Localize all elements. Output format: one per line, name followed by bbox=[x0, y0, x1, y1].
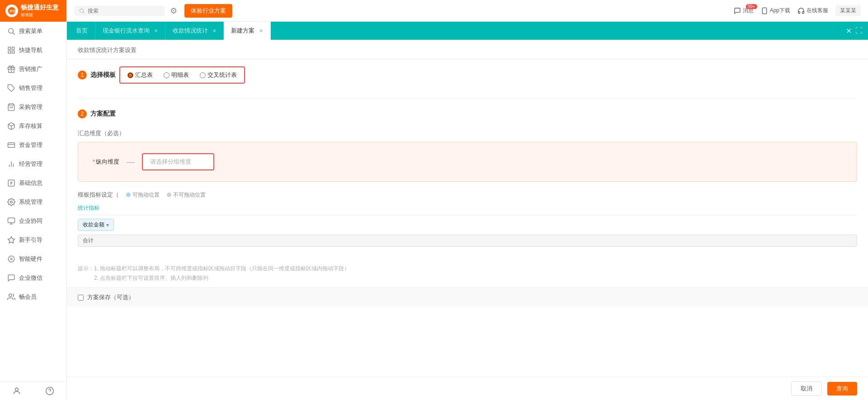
settings-icon bbox=[7, 198, 15, 206]
trial-button[interactable]: 体验行业方案 bbox=[184, 4, 232, 18]
content-spacer bbox=[67, 307, 868, 376]
radio-cross-label: 交叉统计表 bbox=[208, 71, 237, 79]
sidebar: 好生 畅捷通好生意 标准版 搜索菜单 快捷导航 营销推广 bbox=[0, 0, 67, 400]
save-checkbox[interactable] bbox=[78, 295, 84, 301]
tab-new-plan-label: 新建方案 bbox=[231, 27, 255, 35]
tab-close-icon[interactable]: ✕ bbox=[846, 27, 852, 35]
page-header: 收款情况统计方案设置 bbox=[67, 40, 868, 59]
sidebar-logo: 好生 畅捷通好生意 标准版 bbox=[0, 0, 66, 22]
app-download-item[interactable]: App下载 bbox=[761, 7, 790, 14]
sidebar-item-quick-nav[interactable]: 快捷导航 bbox=[0, 41, 66, 60]
search-icon bbox=[7, 27, 15, 35]
sidebar-item-enterprise-collab[interactable]: 企业协同 bbox=[0, 212, 66, 231]
svg-point-31 bbox=[80, 9, 83, 12]
sidebar-avatar-btn[interactable] bbox=[12, 386, 21, 395]
sidebar-item-label: 经营管理 bbox=[19, 160, 42, 168]
enterprise-icon bbox=[7, 217, 15, 225]
tab-collection-stats[interactable]: 收款情况统计 × bbox=[165, 22, 224, 40]
sidebar-item-sales[interactable]: 销售管理 bbox=[0, 79, 66, 98]
radio-detail-label: 明细表 bbox=[171, 71, 189, 79]
tab-new-plan[interactable]: 新建方案 × bbox=[224, 22, 270, 40]
user-name[interactable]: 某某某 bbox=[835, 5, 861, 16]
sidebar-item-marketing[interactable]: 营销推广 bbox=[0, 60, 66, 79]
sidebar-item-new-guide[interactable]: 新手引导 bbox=[0, 231, 66, 249]
metrics-area: 统计指标 收款金额 ▾ 合计 bbox=[78, 204, 857, 247]
radio-summary-input[interactable] bbox=[127, 72, 133, 78]
settings-gear-icon[interactable]: ⚙ bbox=[170, 6, 177, 16]
svg-point-28 bbox=[15, 388, 18, 391]
online-service-item[interactable]: 在线客服 bbox=[797, 7, 828, 14]
sidebar-item-member[interactable]: 畅会员 bbox=[0, 287, 66, 306]
grid-icon bbox=[7, 46, 15, 54]
search-bar[interactable] bbox=[74, 6, 165, 16]
info-icon bbox=[7, 179, 15, 187]
metrics-section: 模板指标设定（ 可拖动位置 不可拖动位置 统计指标 bbox=[78, 191, 857, 247]
tab-collection-stats-close[interactable]: × bbox=[212, 28, 216, 34]
chip-revenue-label: 收款金额 bbox=[83, 221, 104, 229]
sidebar-help-btn[interactable] bbox=[45, 386, 54, 395]
dimension-section-label: 汇总维度（必选） bbox=[78, 129, 857, 137]
tab-collection-stats-label: 收款情况统计 bbox=[173, 27, 208, 35]
tips-area: 提示：1. 拖动标题栏可以调整布局，不可跨维度或指标区域拖动目字段（只能在同一维… bbox=[67, 254, 868, 287]
metrics-chips: 收款金额 ▾ bbox=[78, 219, 857, 231]
svg-rect-4 bbox=[8, 47, 10, 49]
tab-cash-flow-close[interactable]: × bbox=[154, 28, 158, 34]
tab-new-plan-close[interactable]: × bbox=[259, 28, 263, 34]
step1-header: 1 选择模板 汇总表 明细表 交叉统计表 bbox=[78, 66, 857, 84]
chip-revenue[interactable]: 收款金额 ▾ bbox=[78, 219, 114, 231]
sidebar-item-operations[interactable]: 经营管理 bbox=[0, 155, 66, 174]
metrics-legend: 可拖动位置 不可拖动位置 bbox=[126, 191, 206, 199]
chip-subtotal-wrap: 合计 bbox=[78, 235, 857, 247]
tip-prefix: 提示： bbox=[78, 265, 94, 272]
search-input[interactable] bbox=[88, 8, 142, 14]
sidebar-item-label: 销售管理 bbox=[19, 84, 42, 92]
dimension-select[interactable]: 请选择分组维度 bbox=[142, 153, 214, 170]
sidebar-item-enterprise-wechat[interactable]: 企业微信 bbox=[0, 268, 66, 287]
sidebar-item-label: 企业微信 bbox=[19, 274, 42, 282]
sidebar-item-label: 企业协同 bbox=[19, 217, 42, 225]
sidebar-item-label: 快捷导航 bbox=[19, 46, 42, 54]
message-icon bbox=[734, 7, 741, 14]
notification-item[interactable]: 消息 99+ bbox=[734, 7, 754, 14]
sidebar-item-label: 库存核算 bbox=[19, 122, 42, 130]
radio-summary[interactable]: 汇总表 bbox=[127, 71, 153, 79]
sidebar-item-purchase[interactable]: 采购管理 bbox=[0, 98, 66, 117]
step2-badge: 2 bbox=[78, 109, 87, 118]
tab-home[interactable]: 首页 bbox=[67, 22, 95, 40]
radio-cross[interactable]: 交叉统计表 bbox=[200, 71, 237, 79]
legend-fixed-label: 不可拖动位置 bbox=[173, 191, 206, 199]
sidebar-item-label: 营销推广 bbox=[19, 65, 42, 73]
footer: 取消 查询 bbox=[67, 376, 868, 400]
logo-icon: 好生 bbox=[5, 5, 18, 17]
sidebar-item-basic-info[interactable]: 基础信息 bbox=[0, 174, 66, 193]
radio-detail-input[interactable] bbox=[164, 72, 170, 78]
radio-cross-input[interactable] bbox=[200, 72, 206, 78]
sidebar-item-system[interactable]: 系统管理 bbox=[0, 193, 66, 212]
step1-badge: 1 bbox=[78, 71, 87, 80]
logo-wrap: 好生 bbox=[5, 5, 18, 17]
step2-section: 2 方案配置 汇总维度（必选） *纵向维度 — 请选择分组维度 模板指标设定（ bbox=[67, 99, 868, 254]
sidebar-item-finance[interactable]: 资金管理 bbox=[0, 136, 66, 155]
sidebar-version: 标准版 bbox=[21, 12, 59, 18]
svg-point-2 bbox=[9, 28, 14, 33]
step1-title: 选择模板 bbox=[90, 71, 116, 79]
sidebar-item-smart-hardware[interactable]: 智能硬件 bbox=[0, 249, 66, 268]
notification-badge: 99+ bbox=[746, 4, 757, 9]
query-button[interactable]: 查询 bbox=[827, 382, 857, 395]
row-label-text: 纵向维度 bbox=[96, 158, 119, 165]
legend-draggable-label: 可拖动位置 bbox=[132, 191, 160, 199]
sidebar-item-search-menu[interactable]: 搜索菜单 bbox=[0, 22, 66, 41]
tab-bar-controls: ✕ ⛶ bbox=[846, 27, 868, 35]
sidebar-item-inventory[interactable]: 库存核算 bbox=[0, 117, 66, 136]
sidebar-item-label: 系统管理 bbox=[19, 198, 42, 206]
wallet-icon bbox=[7, 141, 15, 149]
cancel-button[interactable]: 取消 bbox=[791, 381, 822, 396]
sidebar-item-label: 资金管理 bbox=[19, 141, 42, 149]
tab-cash-flow[interactable]: 现金银行流水查询 × bbox=[95, 22, 165, 40]
page-title: 收款情况统计方案设置 bbox=[78, 47, 137, 53]
tab-maximize-icon[interactable]: ⛶ bbox=[855, 27, 863, 35]
box-icon bbox=[7, 122, 15, 130]
radio-detail[interactable]: 明细表 bbox=[164, 71, 189, 79]
legend-dot-fixed bbox=[167, 193, 171, 197]
chip-subtotal: 合计 bbox=[78, 235, 857, 247]
